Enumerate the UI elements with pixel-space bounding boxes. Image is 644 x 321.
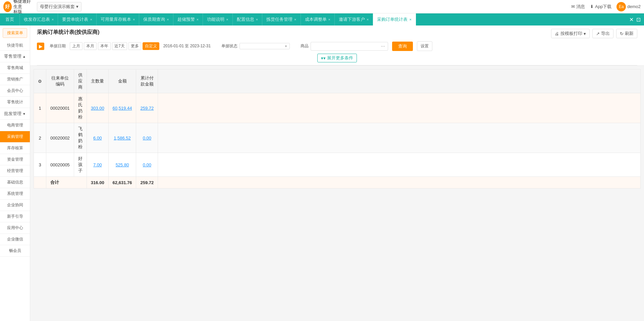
sidebar-item-member-center[interactable]: 会员中心 (0, 85, 30, 97)
row-qty[interactable]: 6.00 (87, 123, 108, 153)
tab-close-invite[interactable]: × (367, 17, 369, 21)
tab-close-all[interactable]: ✕ (629, 16, 634, 23)
sidebar-search-section: 搜索菜单 (0, 25, 30, 41)
workspace-selector[interactable]: 母婴行业演示账套 ▾ (37, 2, 82, 11)
row-code: 00020001 (46, 93, 74, 123)
date-btn-custom[interactable]: 自定义 (143, 42, 159, 50)
tab-invite-downstream[interactable]: 邀请下游客户 × (335, 13, 373, 25)
tab-feature-desc[interactable]: 功能说明 × (203, 13, 232, 25)
sidebar-item-retail-manage[interactable]: 零售管理 ▲ (0, 51, 30, 62)
goods-label: 商品 (301, 43, 309, 49)
expand-conditions-button[interactable]: ▾▾ 展开更多条件 (317, 54, 357, 62)
sidebar-item-wholesale[interactable]: 批发管理 ▼ (0, 108, 30, 120)
tab-close-order-stats[interactable]: × (90, 17, 92, 21)
quick-nav-button[interactable]: 快捷导航 (0, 41, 30, 51)
sidebar-item-enterprise-wechat[interactable]: 企业微信 (0, 234, 30, 245)
logo-icon: 好 (3, 1, 12, 12)
download-icon: ⬇ (590, 4, 594, 9)
date-btn-last-month[interactable]: 上月 (70, 42, 83, 50)
sidebar-item-retail-mall[interactable]: 零售商城 (0, 62, 30, 74)
refresh-button[interactable]: ↻ 刷新 (616, 29, 637, 38)
print-icon: 🖨 (555, 31, 559, 36)
date-btn-more[interactable]: 更多 (128, 42, 141, 50)
page-actions: 🖨 按模板打印 ▾ ↗ 导出 ↻ 刷新 (551, 29, 637, 38)
sidebar-item-enterprise-coop[interactable]: 企业协同 (0, 200, 30, 211)
expand-row: ▾▾ 展开更多条件 (37, 54, 637, 62)
row-paid[interactable]: 259.72 (136, 93, 158, 123)
sidebar-item-inventory[interactable]: 库存核算 (0, 143, 30, 154)
main-layout: 搜索菜单 快捷导航 零售管理 ▲ 零售商城 营销推广 会员中心 零售统计 批发管… (0, 25, 644, 321)
tab-purchase-order-stats[interactable]: 采购订单统计表 × (373, 13, 416, 25)
settings-button[interactable]: 设置 (417, 41, 432, 51)
sidebar-item-system[interactable]: 系统管理 (0, 188, 30, 200)
col-code: 往来单位编码 (46, 69, 74, 93)
tab-receive-summary[interactable]: 收发存汇总表 × (20, 13, 58, 25)
footer-qty: 316.00 (87, 177, 108, 189)
tab-close-overstock[interactable]: × (197, 17, 199, 21)
status-select[interactable]: ▾ (239, 43, 290, 49)
col-extra (158, 69, 641, 93)
footer-label: 合计 (46, 177, 87, 189)
sidebar-item-basic-info[interactable]: 基础信息 (0, 177, 30, 188)
table-header-row: ⚙ 往来单位编码 供应商 主数量 金额 累计付款金额 (34, 69, 641, 93)
message-button[interactable]: ✉ 消息 (571, 4, 585, 10)
sidebar-item-member[interactable]: 畅会员 (0, 245, 30, 257)
tab-close-receive-summary[interactable]: × (52, 17, 54, 21)
row-paid[interactable]: 0.00 (136, 123, 158, 153)
sidebar-item-finance[interactable]: 资金管理 (0, 154, 30, 165)
col-amount: 金额 (108, 69, 136, 93)
table-area: ⚙ 往来单位编码 供应商 主数量 金额 累计付款金额 1 00020001 惠氏… (30, 66, 644, 321)
tab-close-expiry-query[interactable]: × (167, 17, 169, 21)
sidebar-item-ecommerce[interactable]: 电商管理 (0, 120, 30, 131)
tab-close-purchase[interactable]: × (409, 17, 411, 21)
row-paid[interactable]: 0.00 (136, 153, 158, 177)
filter-collapse-btn[interactable]: ▶ (37, 43, 44, 50)
tab-overstock-warning[interactable]: 超储预警 × (173, 13, 203, 25)
export-icon: ↗ (596, 31, 600, 36)
tab-close-config[interactable]: × (256, 17, 258, 21)
sidebar-item-new-guide[interactable]: 新手引导 (0, 211, 30, 222)
tab-close-picking[interactable]: × (294, 17, 296, 21)
export-button[interactable]: ↗ 导出 (592, 29, 613, 38)
user-profile[interactable]: Ea demo2 (616, 2, 641, 11)
app-download-button[interactable]: ⬇ App下载 (590, 4, 611, 10)
tab-cost-adjust[interactable]: 成本调整单 × (301, 13, 335, 25)
date-btn-this-year[interactable]: 本年 (98, 42, 111, 50)
chevron-icon: ▼ (22, 112, 26, 116)
sidebar-item-operation[interactable]: 经营管理 (0, 165, 30, 177)
avatar: Ea (616, 2, 626, 11)
row-qty[interactable]: 7.00 (87, 153, 108, 177)
search-menu-button[interactable]: 搜索菜单 (3, 28, 27, 38)
sidebar-item-purchase[interactable]: 采购管理 (0, 131, 30, 143)
tab-close-cost[interactable]: × (328, 17, 330, 21)
tab-order-stats[interactable]: 要货单统计表 × (58, 13, 96, 25)
row-amount[interactable]: 60,519.44 (108, 93, 136, 123)
more-icon[interactable]: ··· (381, 43, 385, 49)
print-button[interactable]: 🖨 按模板打印 ▾ (551, 29, 590, 38)
tab-expiry-query[interactable]: 保质期查询 × (139, 13, 173, 25)
tab-config-info[interactable]: 配置信息 × (233, 13, 262, 25)
nav-tabs-actions: ✕ ⊡ (626, 16, 644, 23)
row-amount[interactable]: 525.80 (108, 153, 136, 177)
col-supplier: 供应商 (74, 69, 87, 93)
tab-available-stock[interactable]: 可用量库存账本 × (97, 13, 139, 25)
tab-home[interactable]: 首页 (0, 13, 20, 25)
date-btn-this-month[interactable]: 本月 (84, 42, 97, 50)
col-qty: 主数量 (87, 69, 108, 93)
search-button[interactable]: 查询 (392, 42, 413, 51)
content-area: 采购订单统计表(按供应商) 🖨 按模板打印 ▾ ↗ 导出 ↻ 刷新 (30, 25, 644, 321)
sidebar-item-marketing[interactable]: 营销推广 (0, 74, 30, 85)
sidebar-item-app-center[interactable]: 应用中心 (0, 222, 30, 234)
goods-input[interactable]: ··· (311, 42, 388, 51)
tab-maximize[interactable]: ⊡ (636, 16, 641, 23)
col-paid: 累计付款金额 (136, 69, 158, 93)
chevron-down-icon: ▾ (584, 31, 586, 36)
date-btn-7days[interactable]: 近7天 (112, 42, 127, 50)
tab-close-feature[interactable]: × (226, 17, 228, 21)
sidebar-item-retail-stats[interactable]: 零售统计 (0, 97, 30, 108)
row-code: 00020002 (46, 123, 74, 153)
tab-close-available-stock[interactable]: × (133, 17, 135, 21)
tab-picking-task[interactable]: 拣货任务管理 × (262, 13, 301, 25)
row-qty[interactable]: 303.00 (87, 93, 108, 123)
row-amount[interactable]: 1,586.52 (108, 123, 136, 153)
